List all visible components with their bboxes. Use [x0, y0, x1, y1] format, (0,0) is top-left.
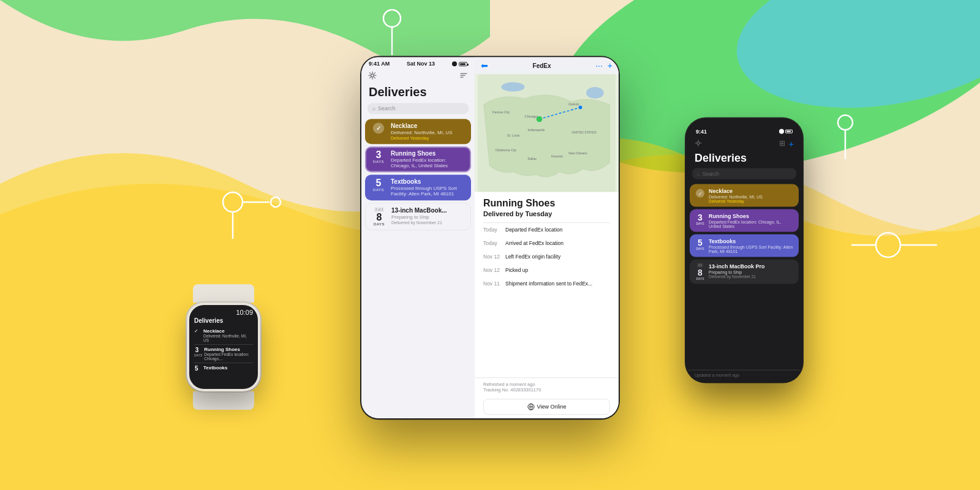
- event-date: Nov 11: [483, 281, 500, 287]
- gear-icon[interactable]: [695, 138, 702, 149]
- watch-badge-num: 3: [195, 347, 202, 353]
- iphone-notch: [723, 119, 766, 129]
- iphone-delivery-status: Preparing to Ship: [709, 270, 765, 274]
- event-desc: Departed FedEx location: [505, 227, 563, 233]
- iphone-delivery-item-textbooks[interactable]: 5 DAYS Textbooks Processed through USPS …: [690, 235, 799, 257]
- delivery-name: Necklace: [391, 123, 466, 129]
- badge-days: DAYS: [373, 160, 384, 164]
- detail-footer: Refreshed a moment ago Tracking No. 4028…: [475, 377, 619, 396]
- iphone-delivery-name: Necklace: [709, 188, 763, 194]
- iphone: 9:41: [686, 119, 802, 382]
- watch-item-status: Delivered: Northville, MI, US: [203, 334, 253, 342]
- delivery-status: Processed through USPS Sort Facility: Al…: [391, 186, 466, 197]
- badge-days: DAYS: [373, 188, 384, 192]
- delivery-badge: 3 DAYS: [370, 150, 387, 164]
- watch-badge-days: DAYS: [194, 353, 202, 357]
- add-icon[interactable]: +: [789, 139, 794, 149]
- iphone-status-icons: [779, 129, 793, 134]
- watch-screen: 10:09 Deliveries ✓ Necklace Delivered: N…: [189, 305, 258, 389]
- search-placeholder: Search: [378, 105, 396, 111]
- devices-stage: 10:09 Deliveries ✓ Necklace Delivered: N…: [0, 0, 980, 490]
- watch-title: Deliveries: [194, 317, 253, 324]
- watch-item-info: Running Shoes Departed FedEx location: C…: [204, 347, 253, 361]
- delivery-info: Running Shoes Departed FedEx location: C…: [391, 150, 466, 168]
- battery-icon: [785, 130, 793, 134]
- badge-number: 3: [376, 150, 382, 160]
- iphone-delivery-name: 13-inch MacBook Pro: [709, 263, 765, 270]
- detail-subtitle: Delivered by Tuesday: [475, 210, 619, 222]
- watch-item-textbooks[interactable]: 5 Textbooks: [194, 363, 253, 374]
- map-carrier-title: FedEx: [488, 62, 595, 69]
- layout-icon[interactable]: ⊞: [779, 139, 785, 149]
- svg-text:Indianapolis: Indianapolis: [527, 128, 545, 132]
- tracking-number: Tracking No. 402833301170: [483, 387, 610, 393]
- badge-number: 8: [377, 213, 382, 222]
- search-bar[interactable]: ⌕ Search: [368, 103, 469, 114]
- search-placeholder: Search: [703, 171, 719, 177]
- svg-text:Dallas: Dallas: [527, 157, 537, 160]
- sort-icon[interactable]: [459, 70, 469, 80]
- watch-badge-num: 5: [195, 365, 201, 372]
- svg-point-22: [586, 87, 604, 99]
- tablet-status-bar: 9:41 AM Sat Nov 13: [361, 57, 475, 68]
- event-date: Today: [483, 240, 500, 246]
- view-online-label: View Online: [537, 404, 567, 410]
- watch-item-necklace[interactable]: ✓ Necklace Delivered: Northville, MI, US: [194, 326, 253, 345]
- tablet-status-date: Sat Nov 13: [407, 61, 435, 67]
- event-desc: Shipment information sent to FedEx...: [505, 281, 592, 287]
- watch-band-bottom: [193, 391, 254, 410]
- svg-point-17: [371, 74, 374, 77]
- gear-icon[interactable]: [368, 70, 377, 80]
- watch-item-info: Textbooks: [203, 365, 253, 371]
- tracking-event: Today Arrived at FedEx location: [475, 236, 619, 250]
- delivery-item-running-shoes[interactable]: 3 DAYS Running Shoes Departed FedEx loca…: [365, 146, 471, 172]
- delivery-item-necklace[interactable]: ✓ Necklace Delivered: Northville, MI, US…: [365, 119, 471, 144]
- view-online-button[interactable]: View Online: [483, 399, 610, 415]
- delivery-item-macbook[interactable]: 2 of 3 8 DAYS 13-inch MacBook... Prepari…: [365, 203, 471, 230]
- delivery-badge: 5 DAYS: [370, 178, 387, 192]
- tablet-status-time: 9:41 AM: [369, 61, 390, 67]
- svg-point-26: [579, 106, 582, 110]
- tablet-nav: [361, 68, 475, 83]
- deliveries-title: Deliveries: [361, 83, 475, 103]
- delivered-check-icon: ✓: [373, 123, 384, 134]
- battery-icon: [459, 62, 467, 66]
- svg-text:UNITED STATES: UNITED STATES: [571, 130, 597, 134]
- map-more-icon[interactable]: ···: [595, 61, 603, 70]
- iphone-badge-num: 8: [698, 268, 703, 277]
- tablet-right-panel: ⬅ FedEx ··· +: [475, 57, 619, 418]
- iphone-search-bar[interactable]: ⌕ Search: [692, 168, 796, 179]
- svg-text:Oklahoma City: Oklahoma City: [496, 148, 517, 152]
- delivery-item-textbooks[interactable]: 5 DAYS Textbooks Processed through USPS …: [365, 175, 471, 200]
- delivery-info: Necklace Delivered: Northville, MI, US D…: [391, 123, 466, 140]
- iphone-badge-num: 3: [698, 213, 703, 222]
- watch-item-name: Running Shoes: [204, 347, 253, 352]
- map-back-icon[interactable]: ⬅: [481, 61, 488, 70]
- tracking-event: Nov 11 Shipment information sent to FedE…: [475, 277, 619, 290]
- tracking-event: Today Departed FedEx location: [475, 223, 619, 236]
- delivery-status: Preparing to Ship: [391, 214, 466, 220]
- watch-item-running-shoes[interactable]: 3 DAYS Running Shoes Departed FedEx loca…: [194, 345, 253, 363]
- watch-item-name: Necklace: [203, 328, 253, 334]
- iphone-badge-days: DAYS: [696, 222, 704, 225]
- iphone-delivery-item-running-shoes[interactable]: 3 DAYS Running Shoes Departed FedEx loca…: [690, 209, 799, 232]
- search-icon: ⌕: [697, 171, 700, 176]
- iphone-delivery-item-necklace[interactable]: ✓ Necklace Delivered: Northville, MI, US…: [690, 184, 799, 207]
- iphone-delivery-item-macbook[interactable]: 2/3 8 DAYS 13-inch MacBook Pro Preparing…: [690, 260, 799, 284]
- svg-point-23: [501, 82, 524, 91]
- watch-body: 10:09 Deliveries ✓ Necklace Delivered: N…: [187, 303, 260, 391]
- delivery-date: Delivered Yesterday: [391, 136, 466, 140]
- event-desc: Picked up: [505, 267, 528, 273]
- iphone-footer: Updated a moment ago: [686, 370, 802, 382]
- svg-text:St. Louis: St. Louis: [507, 134, 520, 137]
- delivery-name: Textbooks: [391, 178, 466, 185]
- nav-icons: ⊞ +: [779, 139, 794, 149]
- iphone-badge-days: DAYS: [696, 277, 704, 281]
- delivery-status: Departed FedEx location: Chicago, IL, Un…: [391, 157, 466, 168]
- delivery-badge: 2 of 3 8 DAYS: [371, 207, 388, 226]
- svg-text:Detroit: Detroit: [568, 103, 579, 107]
- map-add-icon[interactable]: +: [608, 61, 612, 70]
- watch-item-info: Necklace Delivered: Northville, MI, US: [203, 328, 253, 342]
- badge-number: 5: [376, 178, 382, 188]
- iphone-delivery-name: Running Shoes: [709, 213, 794, 219]
